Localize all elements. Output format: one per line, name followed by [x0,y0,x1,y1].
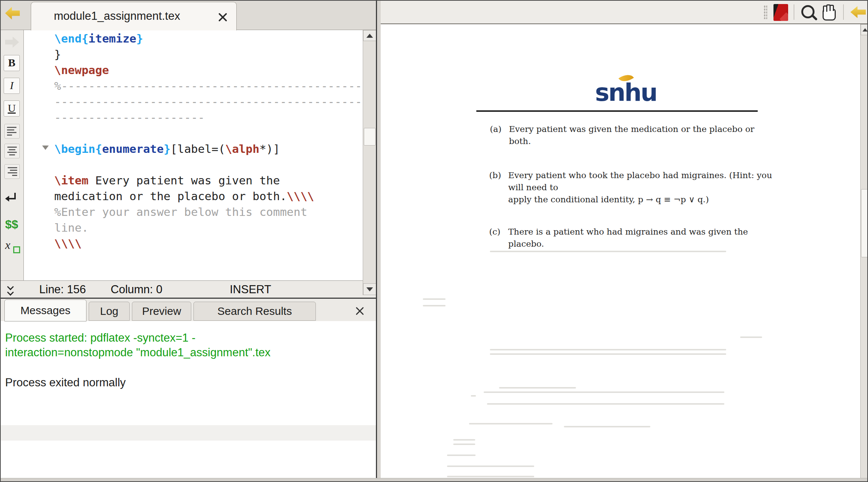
process-message: Process exited normally [5,375,270,390]
tab-module1-assignment[interactable]: module1_assignment.tex [31,2,237,30]
math-mode-icon[interactable]: $$ [5,218,18,231]
snhu-logo: snhu [595,78,657,107]
status-mode: INSERT [230,283,271,296]
code-line[interactable]: \end{itemize} [54,31,363,47]
code-line[interactable]: } [54,47,363,62]
pdf-item-a: (a) Every patient was given the medicati… [490,123,776,147]
faint-text-line [499,387,576,389]
align-left-icon[interactable] [4,124,20,139]
align-right-icon[interactable] [4,164,20,179]
status-column: Column: 0 [111,283,162,296]
underline-button[interactable]: U [4,100,20,117]
code-line[interactable]: %---------------------------------------… [54,78,363,94]
faint-text-line [490,349,726,350]
tab-search-results[interactable]: Search Results [193,302,316,321]
pan-hand-icon[interactable] [823,9,836,21]
fold-marker-icon[interactable] [42,146,49,150]
code-line[interactable]: \newpage [54,62,363,78]
pdf-document-icon[interactable] [773,4,788,21]
pdf-viewer-toolbar: of 7 100% [381,1,868,24]
faint-text-line [447,476,534,477]
code-line[interactable] [54,157,363,173]
code-line[interactable]: \item Every patient was given the [54,173,363,188]
scroll-up-icon[interactable] [363,30,376,41]
scroll-down-icon[interactable] [363,283,376,295]
newline-icon[interactable] [5,193,18,204]
faint-text-line [484,391,724,393]
pane-splitter-gap [377,1,381,482]
code-line[interactable]: \\\\ [54,236,363,251]
pdf-scrollbar[interactable] [860,24,868,478]
align-center-icon[interactable] [4,144,20,158]
tab-log[interactable]: Log [89,302,130,321]
faint-text-line [469,423,553,424]
process-message: interaction=nonstopmode "module1_assignm… [5,345,270,360]
pdf-page[interactable]: snhu (a) Every patient was given the med… [381,24,860,478]
header-rule [476,110,758,112]
faint-text-line [423,305,446,306]
faint-text-line [471,395,476,397]
toolbar-grip-handle[interactable] [764,5,767,19]
code-line[interactable]: \begin{enumerate}[label=(\alph*)] [54,141,363,157]
pdf-item-b: (b) Every patient who took the placebo h… [489,169,775,206]
pdf-item-c: (c) There is a patient who had migraines… [489,226,775,250]
code-line[interactable]: line. [54,220,363,236]
back-arrow-icon[interactable] [5,7,20,20]
tab-preview[interactable]: Preview [132,302,191,321]
faint-text-line [490,353,726,355]
window-bottom-edge [1,478,868,482]
faint-text-line [487,403,724,405]
editor-scrollbar-thumb[interactable] [364,128,376,146]
zoom-magnifier-icon[interactable] [801,5,815,18]
messages-output: Process started: pdflatex -synctex=1 -in… [1,321,376,478]
faint-text-line [423,298,446,300]
faint-text-line [490,251,726,252]
messages-tab-bar: Messages Log Preview Search Results [1,299,376,321]
code-text[interactable]: \end{itemize}}\newpage%-----------------… [54,31,363,280]
code-line[interactable]: ----------------------------------------… [54,94,363,110]
tab-title: module1_assignment.tex [54,10,180,23]
faint-text-line [453,444,475,445]
pdf-scroll-up-icon[interactable] [861,24,868,35]
status-line: Line: 156 [39,283,86,296]
bold-button[interactable]: B [4,55,20,71]
toolbar-overflow-chevron-icon[interactable] [8,284,13,295]
italic-button[interactable]: I [4,78,20,94]
code-line[interactable]: %Enter your answer below this comment [54,204,363,220]
faint-text-line [453,439,475,441]
tab-close-icon[interactable] [217,11,228,22]
faint-text-line [564,426,650,427]
jump-back-icon[interactable] [850,6,866,18]
pdf-scrollbar-thumb[interactable] [861,189,868,257]
process-message: Process started: pdflatex -synctex=1 - [5,331,270,345]
messages-scroll-strip [1,425,376,441]
code-line[interactable] [54,251,363,267]
code-line[interactable] [54,267,363,280]
faint-text-line [740,336,762,338]
code-editor[interactable]: \end{itemize}}\newpage%-----------------… [23,30,363,280]
forward-arrow-icon-disabled [5,36,19,48]
code-line[interactable]: ---------------------- [54,110,363,125]
tab-messages[interactable]: Messages [4,299,86,321]
code-line[interactable]: medication or the placebo or both.\\\\ [54,188,363,204]
faint-text-line [447,455,476,456]
code-line[interactable] [54,125,363,141]
texmaker-window: module1_assignment.tex B I U $$ x \end{i… [0,0,868,482]
faint-text-line [447,466,534,467]
subscript-icon[interactable]: x [5,238,10,252]
editor-scrollbar[interactable] [363,30,376,295]
messages-close-icon[interactable] [355,305,365,316]
editor-status-bar: Line: 156 Column: 0 INSERT [1,280,363,298]
